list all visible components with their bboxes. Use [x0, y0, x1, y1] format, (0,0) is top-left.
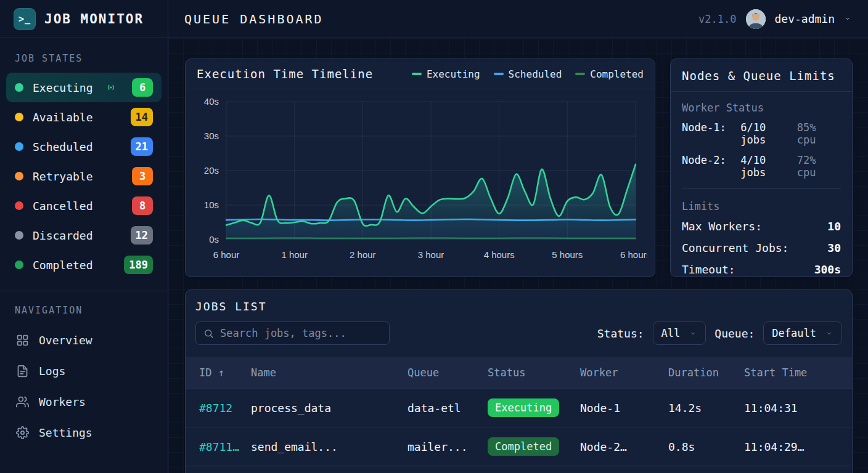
- job-start-time: 11:04:29: [744, 466, 852, 473]
- layout: JOB STATES Executing 6 Available 14 Sche…: [0, 38, 868, 473]
- state-count-badge: 6: [132, 78, 153, 97]
- x-tick-label: 2 hour: [350, 249, 376, 260]
- timeline-chart: 0s10s20s30s40s6 hour1 hour2 hour3 hour4 …: [190, 93, 647, 270]
- state-dot: [15, 231, 23, 240]
- chart-legend: ExecutingScheduledCompleted: [412, 68, 644, 80]
- jobs-list-title: JOBS LIST: [195, 300, 842, 313]
- status-filter-select[interactable]: All: [653, 321, 706, 345]
- y-tick-label: 0s: [209, 234, 219, 245]
- sidebar-state-scheduled[interactable]: Scheduled 21: [6, 132, 162, 161]
- x-tick-label: 6 hours: [620, 249, 647, 260]
- sidebar-state-discarded[interactable]: Discarded 12: [6, 220, 162, 250]
- job-states-list: Executing 6 Available 14 Scheduled 21 Re…: [0, 73, 168, 280]
- users-icon: [16, 395, 29, 408]
- column-header[interactable]: Name: [251, 357, 407, 389]
- nodes-card-body: Worker Status Node-1:6/10 jobs85% cpuNod…: [671, 92, 852, 294]
- grid-icon: [16, 334, 29, 347]
- column-header[interactable]: Duration: [668, 357, 744, 389]
- x-tick-label: 5 hours: [552, 249, 583, 260]
- state-label: Retryable: [33, 170, 93, 183]
- sidebar-state-executing[interactable]: Executing 6: [6, 73, 162, 102]
- chevron-down-icon: [825, 331, 833, 336]
- search-input[interactable]: [220, 327, 382, 339]
- topbar-right: v2.1.0 dev-admin: [698, 9, 852, 29]
- table-row[interactable]: #8711…send_email...mailer...CompletedNod…: [186, 427, 852, 466]
- legend-item-executing[interactable]: Executing: [412, 68, 480, 80]
- sidebar-state-completed[interactable]: Completed 189: [6, 250, 162, 280]
- worker-jobs: 4/10 jobs: [740, 154, 797, 179]
- legend-label: Completed: [590, 68, 644, 80]
- state-label: Scheduled: [33, 140, 93, 153]
- state-count-badge: 8: [132, 196, 153, 215]
- sidebar-state-retryable[interactable]: Retryable 3: [6, 161, 162, 191]
- limit-value: 30: [827, 241, 841, 254]
- state-label: Discarded: [33, 229, 93, 242]
- sidebar-state-cancelled[interactable]: Cancelled 8: [6, 191, 162, 220]
- column-header[interactable]: Status: [488, 357, 580, 389]
- nav-item-logs[interactable]: Logs: [6, 355, 162, 386]
- limit-label: Max Workers:: [682, 220, 762, 233]
- version-label: v2.1.0: [698, 13, 736, 25]
- column-header[interactable]: ID ↑: [186, 357, 251, 389]
- job-id-link[interactable]: #8711…: [199, 440, 239, 453]
- status-badge: Executing: [488, 398, 559, 417]
- column-header[interactable]: Start Time: [744, 357, 852, 389]
- x-tick-label: 4 hours: [484, 249, 515, 260]
- column-header[interactable]: Worker: [580, 357, 668, 389]
- jobs-filters: Status: All Queue: Default: [597, 321, 842, 345]
- legend-item-scheduled[interactable]: Scheduled: [494, 68, 562, 80]
- job-queue: mailer: [407, 466, 488, 473]
- job-duration: 0.8s: [668, 427, 744, 466]
- jobs-table-body: #8712process_datadata-etlExecutingNode-1…: [186, 389, 852, 473]
- legend-dash: [575, 73, 585, 75]
- nav-item-overview[interactable]: Overview: [6, 325, 162, 355]
- brand-name: JOB MONITOR: [44, 12, 144, 26]
- job-id-link[interactable]: #8712: [199, 402, 232, 414]
- sidebar-state-available[interactable]: Available 14: [6, 102, 162, 132]
- worker-status-label: Worker Status: [682, 102, 841, 114]
- state-dot: [15, 261, 23, 269]
- job-worker: Node-1: [580, 466, 668, 473]
- column-header[interactable]: Queue: [407, 357, 488, 389]
- state-label: Cancelled: [33, 200, 93, 212]
- top-row: Execution Time Timeline ExecutingSchedul…: [185, 59, 853, 277]
- live-broadcast-icon: [104, 82, 118, 93]
- queue-filter-select[interactable]: Default: [763, 321, 842, 345]
- job-queue: mailer...: [407, 427, 488, 466]
- job-name: process_data: [251, 389, 407, 427]
- state-count-badge: 14: [131, 108, 153, 126]
- worker-status-row: Node-2:4/10 jobs72% cpu: [682, 154, 841, 179]
- worker-cpu: 72% cpu: [797, 154, 841, 179]
- job-duration: 0.8s: [668, 466, 744, 473]
- chart-body: 0s10s20s30s40s6 hour1 hour2 hour3 hour4 …: [186, 89, 655, 277]
- legend-label: Executing: [427, 68, 480, 80]
- x-tick-label: 1 hour: [281, 249, 308, 260]
- nav-item-workers[interactable]: Workers: [6, 386, 162, 417]
- state-dot: [15, 172, 23, 180]
- jobs-table-head: ID ↑NameQueueStatusWorkerDurationStart T…: [186, 357, 852, 389]
- legend-item-completed[interactable]: Completed: [575, 68, 644, 80]
- terminal-logo-icon: >_: [14, 8, 36, 30]
- job-start-time: 11:04:31: [744, 389, 852, 427]
- legend-label: Scheduled: [509, 68, 562, 80]
- state-count-badge: 12: [131, 226, 153, 245]
- gear-icon: [16, 426, 29, 439]
- sidebar-divider: [0, 291, 168, 291]
- y-tick-label: 40s: [204, 96, 219, 107]
- job-queue: data-etl: [407, 389, 488, 427]
- y-tick-label: 30s: [204, 131, 219, 141]
- job-name: process_data: [251, 466, 407, 473]
- avatar: [746, 9, 766, 29]
- x-tick-label: 6 hour: [213, 249, 240, 260]
- nav-item-settings[interactable]: Settings: [6, 417, 162, 448]
- limit-label: Concurrent Jobs:: [682, 241, 788, 254]
- x-tick-label: 3 hour: [418, 249, 444, 260]
- file-icon: [16, 365, 29, 378]
- timeline-card: Execution Time Timeline ExecutingSchedul…: [185, 59, 655, 277]
- table-row[interactable]: #8712process_datadata-etlExecutingNode-1…: [186, 389, 852, 427]
- state-label: Available: [33, 111, 93, 124]
- nodes-card-header: Nodes & Queue Limits: [671, 59, 852, 92]
- jobs-search[interactable]: [195, 321, 390, 345]
- user-menu[interactable]: dev-admin: [746, 9, 852, 29]
- table-row[interactable]: #8710process_datamailerScheduledNode-10.…: [186, 466, 852, 473]
